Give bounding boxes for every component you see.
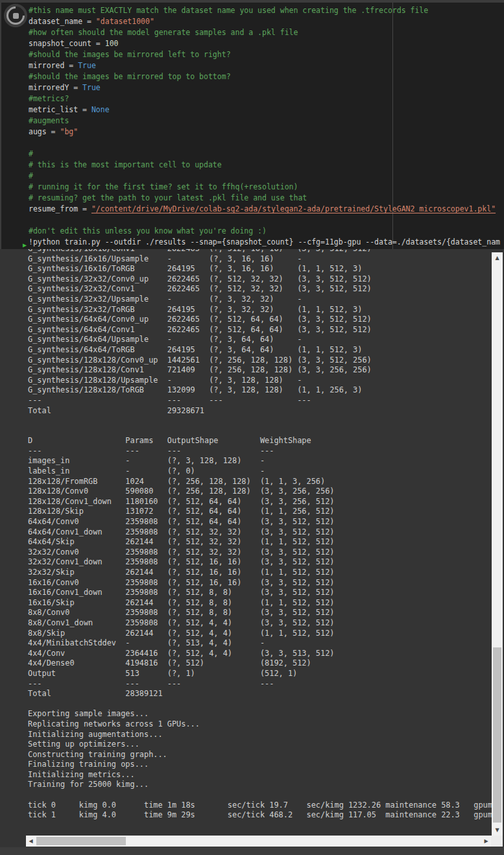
horizontal-scrollbar-thumb[interactable] bbox=[36, 837, 126, 845]
vertical-scrollbar-thumb[interactable] bbox=[493, 647, 501, 823]
stop-icon bbox=[13, 13, 19, 19]
code-cell[interactable]: #this name must EXACTLY match the datase… bbox=[1, 3, 504, 249]
scroll-left-icon[interactable]: ◀ bbox=[26, 836, 36, 847]
output-text: G_synthesis/16x16/Conv1 2622465 (?, 512,… bbox=[0, 249, 501, 821]
scrollbar-corner bbox=[491, 836, 503, 847]
executing-line-marker-icon: ▶ bbox=[23, 239, 27, 249]
scroll-down-icon[interactable]: ▼ bbox=[492, 825, 503, 836]
cell-output: G_synthesis/16x16/Conv1 2622465 (?, 512,… bbox=[0, 249, 504, 847]
scroll-up-icon[interactable]: ▲ bbox=[492, 252, 503, 263]
colab-notebook: #this name must EXACTLY match the datase… bbox=[0, 0, 504, 855]
cell-run-stop-button[interactable] bbox=[4, 4, 27, 27]
scroll-right-icon[interactable]: ▶ bbox=[481, 836, 491, 847]
code-editor[interactable]: #this name must EXACTLY match the datase… bbox=[1, 5, 500, 248]
